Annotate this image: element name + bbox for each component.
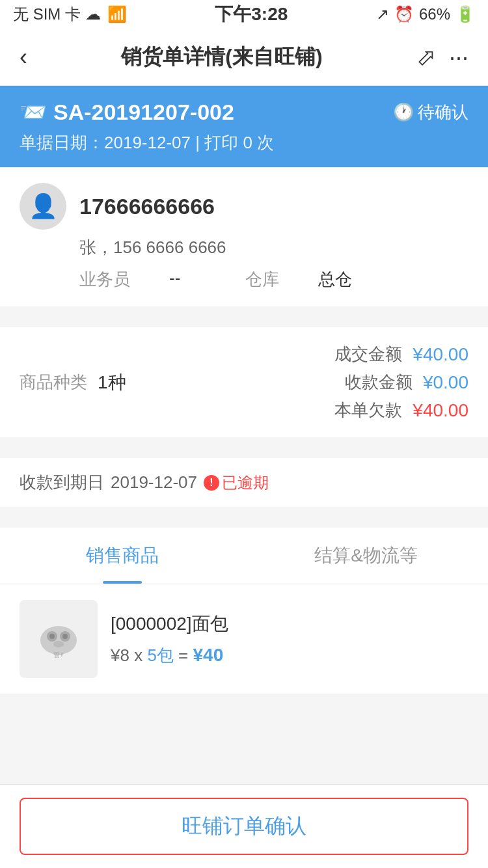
customer-name: 张，156 6666 6666 [79, 236, 468, 259]
bottom-bar: 旺铺订单确认 [0, 784, 488, 868]
customer-section: 👤 17666666666 张，156 6666 6666 业务员 -- 仓库 … [0, 167, 488, 306]
order-header-top: 📨 SA-20191207-002 🕐 待确认 [20, 99, 468, 125]
tab-sales[interactable]: 销售商品 [0, 528, 244, 584]
product-name: [0000002]面包 [111, 612, 468, 636]
customer-row: 👤 17666666666 [20, 183, 468, 230]
product-thumbnail: 管+ [20, 600, 98, 678]
owed-label: 本单欠款 [334, 399, 402, 422]
divider-3 [0, 517, 488, 528]
tabs-section: 销售商品 结算&物流等 [0, 528, 488, 584]
amount-label: 成交金额 [334, 343, 402, 366]
price-separator: = [174, 645, 193, 665]
divider-2 [0, 448, 488, 458]
owed-row: 本单欠款 ¥40.00 [334, 399, 468, 422]
svg-point-3 [49, 634, 55, 639]
sales-value: -- [169, 268, 180, 291]
back-button[interactable]: ‹ [20, 44, 27, 71]
svg-point-4 [62, 634, 68, 639]
price-total: ¥40 [193, 645, 223, 665]
owed-value: ¥40.00 [413, 400, 468, 421]
stats-right: 成交金额 ¥40.00 收款金额 ¥0.00 本单欠款 ¥40.00 [244, 343, 468, 422]
order-header: 📨 SA-20191207-002 🕐 待确认 单据日期：2019-12-07 … [0, 86, 488, 167]
order-box-icon: 📨 [20, 99, 47, 125]
product-info: [0000002]面包 ¥8 x 5包 = ¥40 [111, 612, 468, 667]
clock-icon: 🕐 [393, 102, 414, 122]
battery-icon: 🔋 [455, 5, 475, 23]
share-icon[interactable]: ⬀ [416, 44, 436, 71]
order-date: 单据日期：2019-12-07 | 打印 0 次 [20, 131, 468, 154]
product-price: ¥8 x 5包 = ¥40 [111, 644, 468, 667]
svg-point-0 [40, 626, 77, 655]
amount-value: ¥40.00 [413, 344, 468, 365]
status-time: 下午3:28 [215, 2, 288, 27]
page-title: 销货单详情(来自旺铺) [121, 43, 322, 72]
due-date: 2019-12-07 [111, 472, 197, 493]
status-bar: 无 SIM 卡 ☁ 📶 下午3:28 ↗ ⏰ 66% 🔋 [0, 0, 488, 29]
alarm-icon: ⏰ [394, 5, 414, 23]
tabs-row: 销售商品 结算&物流等 [0, 528, 488, 584]
avatar-icon: 👤 [29, 193, 58, 220]
overdue-badge: ! 已逾期 [204, 472, 269, 493]
svg-point-5 [53, 641, 64, 647]
warehouse-label: 仓库 [245, 268, 279, 291]
warehouse-value: 总仓 [318, 268, 352, 291]
overdue-text: 已逾期 [222, 472, 269, 493]
svg-text:管+: 管+ [53, 651, 64, 658]
nav-actions: ⬀ ··· [416, 44, 468, 71]
battery-label: 66% [419, 5, 450, 23]
received-value: ¥0.00 [423, 372, 468, 393]
sim-label: 无 SIM 卡 ☁ [13, 4, 101, 25]
order-number: 📨 SA-20191207-002 [20, 99, 234, 125]
due-label: 收款到期日 [20, 471, 104, 494]
status-right: ↗ ⏰ 66% 🔋 [376, 5, 475, 23]
type-label: 商品种类 [20, 371, 87, 394]
product-section: 管+ [0000002]面包 ¥8 x 5包 = ¥40 [0, 584, 488, 694]
confirm-button[interactable]: 旺铺订单确认 [20, 798, 468, 855]
tab-settlement[interactable]: 结算&物流等 [244, 528, 488, 584]
order-status: 🕐 待确认 [393, 101, 468, 124]
divider-1 [0, 317, 488, 327]
due-section: 收款到期日 2019-12-07 ! 已逾期 [0, 458, 488, 507]
product-item: 管+ [0000002]面包 ¥8 x 5包 = ¥40 [0, 584, 488, 694]
type-value: 1种 [98, 370, 126, 395]
wifi-icon: 📶 [107, 5, 127, 23]
nav-bar: ‹ 销货单详情(来自旺铺) ⬀ ··· [0, 29, 488, 86]
customer-meta: 业务员 -- 仓库 总仓 [79, 268, 468, 291]
avatar: 👤 [20, 183, 66, 230]
price-text: ¥8 x [111, 645, 147, 665]
more-icon[interactable]: ··· [449, 44, 468, 71]
stats-left: 商品种类 1种 [20, 343, 244, 422]
customer-phone: 17666666666 [79, 194, 215, 219]
qty-value: 5包 [147, 645, 173, 665]
location-icon: ↗ [376, 5, 389, 23]
stats-section: 商品种类 1种 成交金额 ¥40.00 收款金额 ¥0.00 本单欠款 ¥40.… [0, 327, 488, 437]
received-row: 收款金额 ¥0.00 [345, 371, 468, 394]
status-left: 无 SIM 卡 ☁ 📶 [13, 4, 127, 25]
received-label: 收款金额 [345, 371, 413, 394]
amount-row: 成交金额 ¥40.00 [334, 343, 468, 366]
sales-label: 业务员 [79, 268, 130, 291]
overdue-icon: ! [204, 475, 219, 491]
